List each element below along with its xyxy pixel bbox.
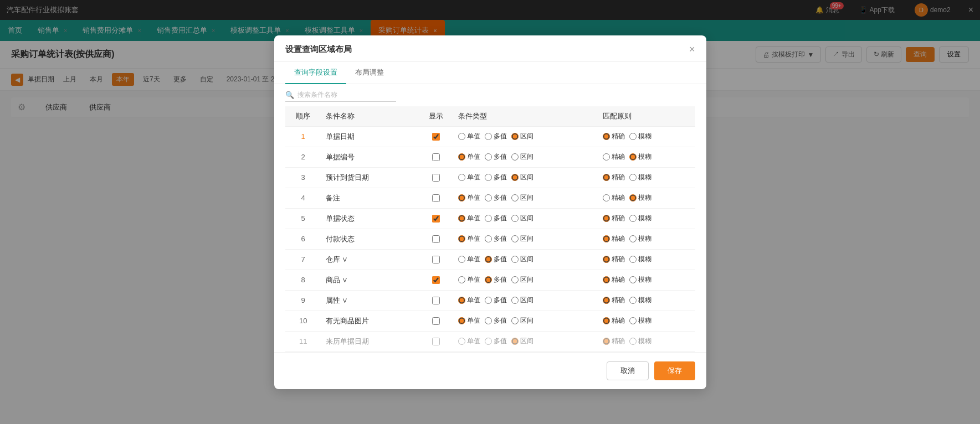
type-option-单值[interactable]: 单值 xyxy=(458,316,480,325)
save-button[interactable]: 保存 xyxy=(654,361,695,380)
search-input[interactable] xyxy=(297,91,386,99)
dialog-tab-layout[interactable]: 布局调整 xyxy=(346,62,393,84)
type-radio[interactable] xyxy=(458,133,465,140)
match-radio[interactable] xyxy=(629,133,637,140)
type-option-区间[interactable]: 区间 xyxy=(511,255,533,264)
match-radio[interactable] xyxy=(603,317,610,324)
match-radio[interactable] xyxy=(629,153,637,161)
type-option-多值[interactable]: 多值 xyxy=(485,132,507,141)
type-radio[interactable] xyxy=(511,153,519,161)
type-option-多值[interactable]: 多值 xyxy=(485,255,507,264)
type-option-单值[interactable]: 单值 xyxy=(458,255,480,264)
display-checkbox[interactable] xyxy=(432,133,440,141)
match-radio[interactable] xyxy=(629,297,637,304)
match-radio[interactable] xyxy=(629,317,637,324)
type-option-多值[interactable]: 多值 xyxy=(485,316,507,325)
type-option-多值[interactable]: 多值 xyxy=(485,337,507,346)
type-option-区间[interactable]: 区间 xyxy=(511,132,533,141)
match-option-精确[interactable]: 精确 xyxy=(603,234,625,244)
match-option-精确[interactable]: 精确 xyxy=(603,337,625,346)
match-radio[interactable] xyxy=(603,276,610,283)
match-option-精确[interactable]: 精确 xyxy=(603,275,625,285)
type-radio[interactable] xyxy=(458,317,465,324)
match-option-模糊[interactable]: 模糊 xyxy=(629,193,651,203)
type-radio[interactable] xyxy=(458,235,465,242)
display-checkbox[interactable] xyxy=(432,276,440,284)
type-option-单值[interactable]: 单值 xyxy=(458,214,480,223)
match-option-精确[interactable]: 精确 xyxy=(603,255,625,264)
type-option-多值[interactable]: 多值 xyxy=(485,193,507,203)
type-option-单值[interactable]: 单值 xyxy=(458,234,480,244)
type-option-区间[interactable]: 区间 xyxy=(511,337,533,346)
type-radio[interactable] xyxy=(458,256,465,263)
display-checkbox[interactable] xyxy=(432,256,440,263)
type-option-单值[interactable]: 单值 xyxy=(458,193,480,203)
type-option-单值[interactable]: 单值 xyxy=(458,337,480,346)
type-radio[interactable] xyxy=(485,235,492,242)
type-radio[interactable] xyxy=(511,317,519,324)
type-option-单值[interactable]: 单值 xyxy=(458,173,480,182)
type-option-多值[interactable]: 多值 xyxy=(485,296,507,305)
type-option-区间[interactable]: 区间 xyxy=(511,234,533,244)
display-checkbox[interactable] xyxy=(432,153,440,161)
type-radio[interactable] xyxy=(485,338,492,345)
type-radio[interactable] xyxy=(511,194,519,201)
match-radio[interactable] xyxy=(603,215,610,222)
type-radio[interactable] xyxy=(511,133,519,140)
type-radio[interactable] xyxy=(511,174,519,181)
match-option-精确[interactable]: 精确 xyxy=(603,132,625,141)
match-radio[interactable] xyxy=(629,256,637,263)
type-radio[interactable] xyxy=(511,256,519,263)
match-option-精确[interactable]: 精确 xyxy=(603,214,625,223)
type-radio[interactable] xyxy=(485,317,492,324)
type-option-多值[interactable]: 多值 xyxy=(485,173,507,182)
type-option-多值[interactable]: 多值 xyxy=(485,234,507,244)
match-option-精确[interactable]: 精确 xyxy=(603,152,625,162)
type-option-区间[interactable]: 区间 xyxy=(511,316,533,325)
type-radio[interactable] xyxy=(485,153,492,161)
type-radio[interactable] xyxy=(458,174,465,181)
type-radio[interactable] xyxy=(511,215,519,222)
match-option-模糊[interactable]: 模糊 xyxy=(629,214,651,223)
match-radio[interactable] xyxy=(603,153,610,161)
type-option-多值[interactable]: 多值 xyxy=(485,214,507,223)
type-option-区间[interactable]: 区间 xyxy=(511,296,533,305)
match-option-模糊[interactable]: 模糊 xyxy=(629,255,651,264)
type-option-单值[interactable]: 单值 xyxy=(458,275,480,285)
type-option-多值[interactable]: 多值 xyxy=(485,275,507,285)
match-radio[interactable] xyxy=(603,235,610,242)
type-radio[interactable] xyxy=(458,297,465,304)
match-radio[interactable] xyxy=(603,194,610,201)
type-radio[interactable] xyxy=(485,297,492,304)
display-checkbox[interactable] xyxy=(432,194,440,202)
match-radio[interactable] xyxy=(629,235,637,242)
match-radio[interactable] xyxy=(629,215,637,222)
type-option-区间[interactable]: 区间 xyxy=(511,275,533,285)
match-option-模糊[interactable]: 模糊 xyxy=(629,132,651,141)
display-checkbox[interactable] xyxy=(432,235,440,243)
type-option-区间[interactable]: 区间 xyxy=(511,214,533,223)
type-option-区间[interactable]: 区间 xyxy=(511,193,533,203)
match-radio[interactable] xyxy=(603,174,610,181)
type-option-单值[interactable]: 单值 xyxy=(458,132,480,141)
match-option-模糊[interactable]: 模糊 xyxy=(629,296,651,305)
display-checkbox[interactable] xyxy=(432,174,440,182)
match-option-模糊[interactable]: 模糊 xyxy=(629,316,651,325)
cancel-button[interactable]: 取消 xyxy=(607,361,649,380)
dialog-close-btn[interactable]: × xyxy=(689,44,695,54)
type-radio[interactable] xyxy=(485,194,492,201)
type-radio[interactable] xyxy=(511,276,519,283)
type-radio[interactable] xyxy=(485,133,492,140)
match-option-模糊[interactable]: 模糊 xyxy=(629,337,651,346)
type-option-区间[interactable]: 区间 xyxy=(511,173,533,182)
match-radio[interactable] xyxy=(603,133,610,140)
match-radio[interactable] xyxy=(629,338,637,345)
type-radio[interactable] xyxy=(458,276,465,283)
match-option-模糊[interactable]: 模糊 xyxy=(629,173,651,182)
match-option-精确[interactable]: 精确 xyxy=(603,173,625,182)
type-option-单值[interactable]: 单值 xyxy=(458,296,480,305)
match-option-精确[interactable]: 精确 xyxy=(603,296,625,305)
type-radio[interactable] xyxy=(458,338,465,345)
match-radio[interactable] xyxy=(629,276,637,283)
type-radio[interactable] xyxy=(485,256,492,263)
